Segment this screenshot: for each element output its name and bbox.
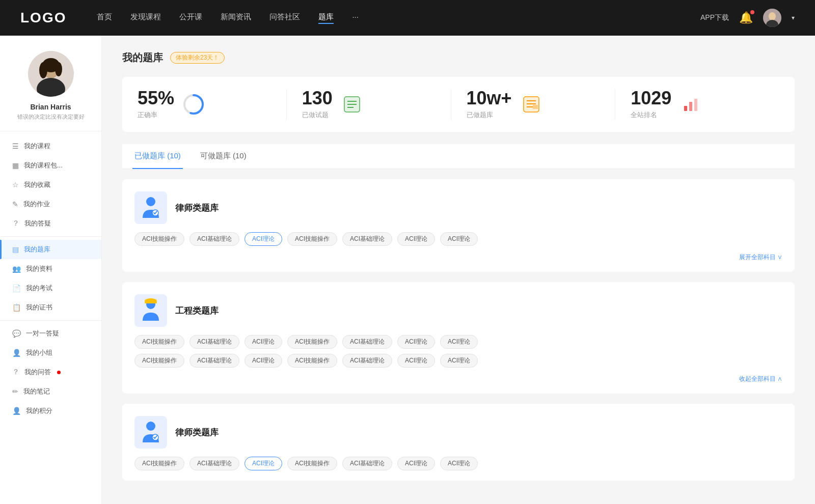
tag[interactable]: ACI技能操作 xyxy=(287,354,337,368)
tags-row-engineer-1: ACI技能操作 ACI基础理论 ACI理论 ACI技能操作 ACI基础理论 AC… xyxy=(134,335,782,349)
book-icon xyxy=(522,95,541,114)
sidebar-item-group[interactable]: 👤 我的小组 xyxy=(0,343,101,362)
tag[interactable]: ACI基础理论 xyxy=(342,335,392,349)
tag[interactable]: ACI理论 xyxy=(397,457,435,470)
banks-icon xyxy=(520,93,542,116)
nav-news[interactable]: 新闻资讯 xyxy=(221,12,251,24)
tags-row-engineer-2: ACI技能操作 ACI基础理论 ACI理论 ACI技能操作 ACI基础理论 AC… xyxy=(134,354,782,368)
sidebar-item-my-qa[interactable]: ？ 我的问答 xyxy=(0,362,101,382)
svg-point-30 xyxy=(146,422,155,431)
sidebar-item-question-bank[interactable]: ▤ 我的题库 xyxy=(0,240,101,259)
tag[interactable]: ACI基础理论 xyxy=(342,232,392,246)
notification-bell[interactable]: 🔔 xyxy=(739,11,753,24)
avatar-image xyxy=(763,9,781,27)
profile-avatar-image xyxy=(28,51,74,97)
rank-icon xyxy=(680,93,702,116)
sidebar-item-points[interactable]: 👤 我的积分 xyxy=(0,401,101,421)
bank-title-engineer: 工程类题库 xyxy=(175,305,219,317)
tag[interactable]: ACI基础理论 xyxy=(189,232,239,246)
nav-open[interactable]: 公开课 xyxy=(179,12,202,24)
sidebar-item-one-on-one[interactable]: 💬 一对一答疑 xyxy=(0,324,101,343)
card-footer-engineer: 收起全部科目 ∧ xyxy=(134,374,782,383)
tag[interactable]: ACI技能操作 xyxy=(287,232,337,246)
svg-point-8 xyxy=(55,62,62,76)
document-icon: ☰ xyxy=(12,142,19,150)
sidebar-item-course-package[interactable]: ▦ 我的课程包... xyxy=(0,156,101,175)
lawyer-icon-2 xyxy=(134,416,167,449)
sidebar-label: 我的考试 xyxy=(26,284,52,293)
tag-active[interactable]: ACI理论 xyxy=(244,232,282,246)
sidebar-divider-1 xyxy=(0,236,101,237)
tag[interactable]: ACI技能操作 xyxy=(134,354,184,368)
nav-menu: 首页 发现课程 公开课 新闻资讯 问答社区 题库 ··· xyxy=(97,12,700,24)
tag[interactable]: ACI基础理论 xyxy=(189,335,239,349)
tag[interactable]: ACI理论 xyxy=(440,335,478,349)
tag[interactable]: ACI基础理论 xyxy=(342,457,392,470)
chat-icon: 💬 xyxy=(12,329,21,338)
expand-link-lawyer-1[interactable]: 展开全部科目 ∨ xyxy=(739,254,782,261)
sidebar-item-profile[interactable]: 👥 我的资料 xyxy=(0,259,101,278)
tag[interactable]: ACI理论 xyxy=(397,354,435,368)
svg-rect-29 xyxy=(145,301,157,303)
nav-bank[interactable]: 题库 xyxy=(318,12,334,24)
nav-home[interactable]: 首页 xyxy=(97,12,112,24)
collapse-link-engineer[interactable]: 收起全部科目 ∧ xyxy=(739,375,782,382)
nav-more[interactable]: ··· xyxy=(352,12,359,24)
page-wrapper: Brian Harris 错误的决定比没有决定要好 ☰ 我的课程 ▦ 我的课程包… xyxy=(0,36,815,504)
tag[interactable]: ACI理论 xyxy=(440,232,478,246)
bank-title-lawyer-1: 律师类题库 xyxy=(175,202,219,214)
sidebar-item-favorites[interactable]: ☆ 我的收藏 xyxy=(0,175,101,194)
stat-rank-values: 1029 全站排名 xyxy=(631,89,671,120)
sidebar-item-homework[interactable]: ✎ 我的作业 xyxy=(0,194,101,214)
tag[interactable]: ACI技能操作 xyxy=(287,457,337,470)
certificate-icon: 📋 xyxy=(12,303,21,312)
bank-card-header: 律师类题库 xyxy=(134,191,782,224)
svg-rect-21 xyxy=(533,105,538,109)
nav-qa[interactable]: 问答社区 xyxy=(269,12,300,24)
tag[interactable]: ACI基础理论 xyxy=(342,354,392,368)
chevron-down-icon[interactable]: ▾ xyxy=(792,14,795,21)
page-title-row: 我的题库 体验剩余23天！ xyxy=(122,51,795,65)
stat-questions: 130 已做试题 xyxy=(287,89,451,120)
tag[interactable]: ACI技能操作 xyxy=(134,232,184,246)
avatar[interactable] xyxy=(763,9,781,27)
engineer-figure-icon xyxy=(139,298,163,323)
notes-icon: ✏ xyxy=(12,387,18,396)
stat-questions-label: 已做试题 xyxy=(302,110,333,120)
sidebar-item-answers[interactable]: ？ 我的答疑 xyxy=(0,214,101,233)
tag[interactable]: ACI技能操作 xyxy=(134,457,184,470)
tab-available[interactable]: 可做题库 (10) xyxy=(198,144,249,169)
logo[interactable]: LOGO xyxy=(20,10,66,26)
tag[interactable]: ACI理论 xyxy=(440,457,478,470)
bank-title-lawyer-2: 律师类题库 xyxy=(175,427,219,438)
tag[interactable]: ACI理论 xyxy=(440,354,478,368)
sidebar-item-my-courses[interactable]: ☰ 我的课程 xyxy=(0,136,101,156)
main-content: 我的题库 体验剩余23天！ 55% 正确率 xyxy=(102,36,815,504)
tab-done[interactable]: 已做题库 (10) xyxy=(132,144,183,169)
tag-active[interactable]: ACI理论 xyxy=(244,457,282,470)
qa-icon: ？ xyxy=(12,368,19,377)
sidebar-item-certificate[interactable]: 📋 我的证书 xyxy=(0,298,101,317)
tag[interactable]: ACI理论 xyxy=(397,232,435,246)
tag[interactable]: ACI技能操作 xyxy=(287,335,337,349)
stat-banks-value: 10w+ xyxy=(467,89,512,107)
app-download-link[interactable]: APP下载 xyxy=(700,13,729,22)
nav-courses[interactable]: 发现课程 xyxy=(130,12,161,24)
tag[interactable]: ACI理论 xyxy=(244,354,282,368)
tag[interactable]: ACI技能操作 xyxy=(134,335,184,349)
tag[interactable]: ACI基础理论 xyxy=(189,457,239,470)
lawyer-figure-icon xyxy=(139,195,163,220)
tag[interactable]: ACI理论 xyxy=(244,335,282,349)
pie-chart-icon xyxy=(182,93,205,116)
tab-row: 已做题库 (10) 可做题库 (10) xyxy=(122,144,795,169)
accuracy-icon xyxy=(182,93,205,116)
sidebar-item-exam[interactable]: 📄 我的考试 xyxy=(0,278,101,298)
sidebar-tagline: 错误的决定比没有决定要好 xyxy=(17,113,85,121)
tag[interactable]: ACI理论 xyxy=(397,335,435,349)
bank-card-engineer: 工程类题库 ACI技能操作 ACI基础理论 ACI理论 ACI技能操作 ACI基… xyxy=(122,282,795,394)
stat-questions-values: 130 已做试题 xyxy=(302,89,333,120)
sidebar-item-notes[interactable]: ✏ 我的笔记 xyxy=(0,382,101,401)
tag[interactable]: ACI基础理论 xyxy=(189,354,239,368)
sidebar-label: 一对一答疑 xyxy=(26,329,59,338)
stat-accuracy-label: 正确率 xyxy=(138,110,174,120)
